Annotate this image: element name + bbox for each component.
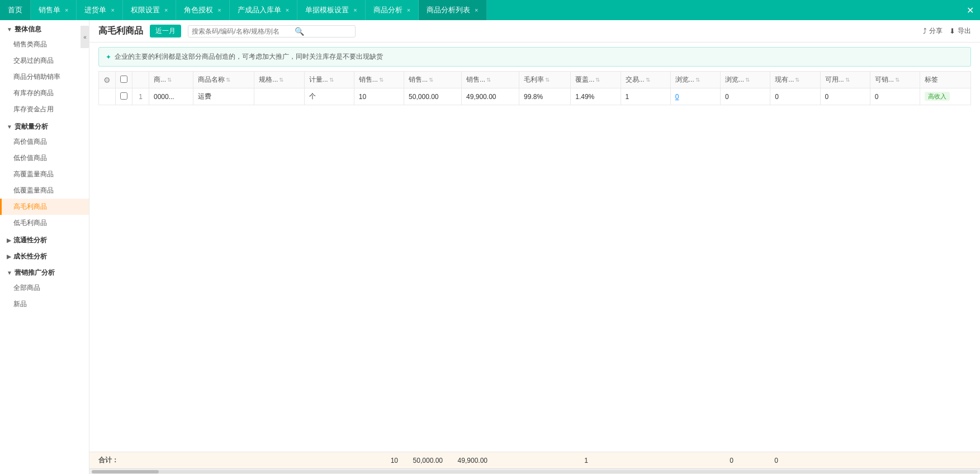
sort-icon[interactable]: ⇅ [695,77,700,83]
arrow-right-icon: ▶ [7,237,11,243]
sidebar-item-high-margin[interactable]: 高毛利商品 [0,199,89,215]
scrollbar-thumb[interactable] [92,470,159,473]
settings-icon[interactable]: ⚙ [103,76,111,85]
row-saleable-stock: 0 [870,88,920,105]
col-gross-rate: 毛利率⇅ [519,72,571,88]
sort-icon[interactable]: ⇅ [167,77,172,83]
nav-tab-permissions[interactable]: 权限设置 × [123,0,176,20]
sort-icon[interactable]: ⇅ [646,77,650,83]
sidebar-item-traded-goods[interactable]: 交易过的商品 [0,53,89,69]
row-name: 运费 [193,88,254,105]
sidebar-item-high-coverage[interactable]: 高覆盖量商品 [0,166,89,182]
row-settings [99,88,116,105]
col-available-stock: 可用...⇅ [820,72,870,88]
row-current-stock: 0 [770,88,820,105]
sidebar-item-sales-goods[interactable]: 销售类商品 [0,36,89,53]
search-icon[interactable]: 🔍 [295,27,304,36]
sidebar-group-overall[interactable]: ▼ 整体信息 [0,20,89,36]
export-icon: ⬇ [949,27,955,35]
top-nav: 首页 销售单 × 进货单 × 权限设置 × 角色授权 × 产成品入库单 × 单据… [0,0,980,20]
sidebar-group-marketing[interactable]: ▼ 营销推广分析 [0,264,89,280]
sidebar-group-contribution[interactable]: ▼ 贡献量分析 [0,118,89,134]
arrow-down-icon: ▼ [7,26,12,32]
sidebar-item-low-coverage[interactable]: 低覆盖量商品 [0,182,89,199]
sidebar-group-circulation[interactable]: ▶ 流通性分析 [0,231,89,247]
tag-badge: 高收入 [925,92,950,101]
nav-tab-roles[interactable]: 角色授权 × [176,0,229,20]
close-icon[interactable]: × [407,7,410,13]
close-icon[interactable]: × [217,7,221,13]
nav-tab-purchase[interactable]: 进货单 × [77,0,122,20]
select-all-checkbox[interactable] [120,76,127,83]
sidebar-group-growth[interactable]: ▶ 成长性分析 [0,247,89,264]
sidebar-item-new-products[interactable]: 新品 [0,296,89,312]
sidebar-item-stock-capital[interactable]: 库存资金占用 [0,101,89,118]
close-icon[interactable]: × [475,7,478,13]
sidebar-item-low-margin[interactable]: 低毛利商品 [0,215,89,231]
col-spec: 规格...⇅ [254,72,304,88]
footer-sale-count: 10 [364,457,398,464]
col-saleable-stock: 可销...⇅ [870,72,920,88]
search-input[interactable] [192,27,292,35]
row-browse-count2: 0 [721,88,770,105]
sort-icon[interactable]: ⇅ [379,77,384,83]
nav-tab-template[interactable]: 单据模板设置 × [297,0,365,20]
horizontal-scrollbar[interactable] [89,468,980,474]
sidebar-item-high-value[interactable]: 高价值商品 [0,134,89,150]
footer-sale-amount: 50,000.00 [409,457,443,464]
sidebar-collapse-button[interactable]: « [81,26,89,48]
sort-icon[interactable]: ⇅ [845,77,850,83]
page-title: 高毛利商品 [98,25,143,37]
row-code: 0000... [149,88,193,105]
arrow-down-icon: ▼ [7,124,12,130]
sort-icon[interactable]: ⇅ [486,77,491,83]
filter-recent-month-button[interactable]: 近一月 [150,25,181,37]
products-table: ⚙ 商...⇅ 商品名称⇅ 规格...⇅ [98,71,971,105]
footer-available-stock: 0 [745,457,778,464]
nav-tab-product-in[interactable]: 产成品入库单 × [230,0,297,20]
row-browse-count1[interactable]: 0 [670,88,720,105]
nav-tab-sales[interactable]: 销售单 × [31,0,77,20]
sidebar-item-low-value[interactable]: 低价值商品 [0,150,89,166]
col-settings[interactable]: ⚙ [99,72,116,88]
share-button[interactable]: ⤴ 分享 [923,26,943,36]
close-icon[interactable]: × [353,7,357,13]
nav-tab-home[interactable]: 首页 [0,0,31,20]
row-select-checkbox[interactable] [120,92,127,100]
row-checkbox[interactable] [116,88,132,105]
nav-tab-product-analysis[interactable]: 商品分析 × [366,0,419,20]
sort-icon[interactable]: ⇅ [795,77,799,83]
sort-icon[interactable]: ⇅ [545,77,550,83]
search-box[interactable]: 🔍 [188,25,356,37]
share-icon: ⤴ [923,27,927,35]
close-icon[interactable]: × [164,7,168,13]
sort-icon[interactable]: ⇅ [745,77,750,83]
main-container: « ▼ 整体信息 销售类商品 交易过的商品 商品分销助销率 有库存的商品 库存资… [0,20,980,474]
sort-icon[interactable]: ⇅ [226,77,230,83]
content-header: 高毛利商品 近一月 🔍 ⤴ 分享 ⬇ 导出 [89,20,980,43]
export-button[interactable]: ⬇ 导出 [949,26,971,36]
table-row: 1 0000... 运费 个 10 50,000.00 49,900.00 99… [99,88,971,105]
footer-trade-count: 1 [555,457,588,464]
nav-tab-product-analysis-list[interactable]: 商品分析列表 × [419,0,486,20]
sidebar-item-all-goods[interactable]: 全部商品 [0,280,89,296]
footer-sale-profit: 49,900.00 [454,457,487,464]
close-icon[interactable]: × [65,7,68,13]
sort-icon[interactable]: ⇅ [595,77,600,83]
col-coverage: 覆盖...⇅ [571,72,621,88]
window-close-button[interactable]: ✕ [960,0,980,20]
close-icon[interactable]: × [286,7,289,13]
sort-icon[interactable]: ⇅ [895,77,899,83]
info-banner: ✦ 企业的主要的利润都是这部分商品创造的，可考虑加大推广，同时关注库存是不要出现… [98,47,971,67]
scrollbar-track[interactable] [92,470,978,473]
sort-icon[interactable]: ⇅ [429,77,433,83]
arrow-down-icon: ▼ [7,270,12,276]
sort-icon[interactable]: ⇅ [329,77,334,83]
sidebar-item-in-stock[interactable]: 有库存的商品 [0,85,89,101]
table-container[interactable]: ⚙ 商...⇅ 商品名称⇅ 规格...⇅ [89,71,980,452]
sidebar-item-distribution-rate[interactable]: 商品分销助销率 [0,69,89,85]
row-trade-count: 1 [621,88,670,105]
browse-link[interactable]: 0 [675,93,679,101]
close-icon[interactable]: × [111,7,114,13]
sort-icon[interactable]: ⇅ [279,77,283,83]
